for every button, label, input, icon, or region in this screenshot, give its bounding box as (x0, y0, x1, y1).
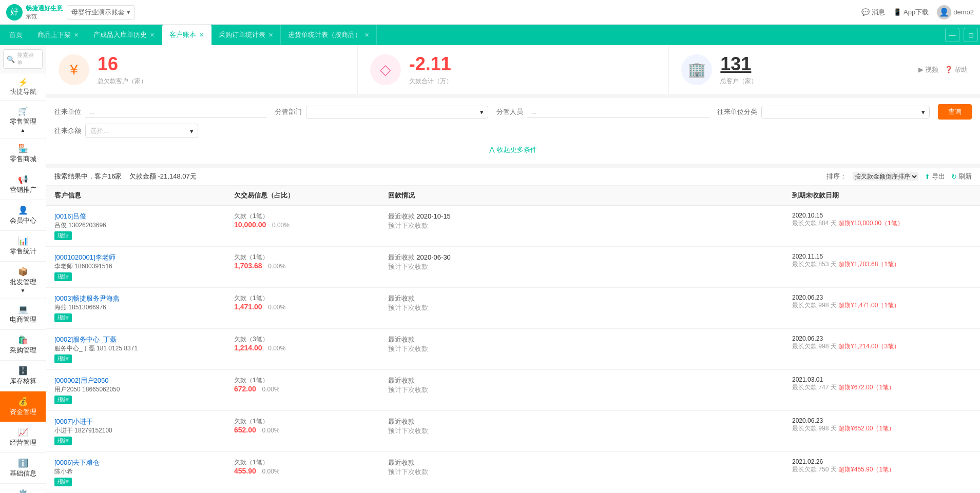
close-icon[interactable]: ✕ (364, 32, 369, 38)
sidebar-item-wholesale[interactable]: 📦 批发管理 ▼ (0, 262, 46, 299)
search-button[interactable]: 查询 (938, 104, 972, 120)
marketing-label: 营销推广 (10, 185, 36, 194)
tab-product-list[interactable]: 商品上下架 ✕ (30, 25, 86, 45)
sidebar-search-field[interactable]: 🔍 搜索菜单 (3, 49, 43, 69)
sidebar-item-system[interactable]: ⚙️ 系统管理 (0, 484, 46, 493)
message-btn[interactable]: 💬 消息 (861, 8, 885, 17)
due-date: 2020.10.15 (792, 212, 972, 219)
window-minimize-btn[interactable]: — (945, 28, 959, 42)
sidebar-item-operation[interactable]: 📈 经营管理 (0, 422, 46, 453)
tab-warehouse[interactable]: 产成品入库单历史 ✕ (86, 25, 162, 45)
refresh-btn[interactable]: ↻ 刷新 (951, 172, 972, 181)
collapse-icon: ⋀ (489, 146, 495, 153)
debt-amount[interactable]: 672.00 (234, 385, 256, 393)
overdue-amount[interactable]: 超期¥1,214.00（3笔） (838, 343, 900, 350)
sort-select[interactable]: 按欠款金额倒序排序 (853, 172, 918, 181)
export-btn[interactable]: ⬆ 导出 (925, 172, 945, 181)
tab-home[interactable]: 首页 (2, 25, 30, 45)
overdue-amount[interactable]: 超期¥10,000.00（1笔） (838, 220, 904, 227)
tab-home-label: 首页 (9, 30, 23, 40)
sidebar-item-purchase[interactable]: 🛍️ 采购管理 (0, 330, 46, 361)
tab-purchase-stats[interactable]: 进货单统计表（按商品） ✕ (281, 25, 377, 45)
unit-class-select[interactable]: ▾ (761, 106, 930, 119)
debt-count: 欠款（1笔） (234, 458, 388, 467)
table-row: [0001020001]李老师 李老师 18600391516 现结 欠款（1笔… (46, 247, 980, 288)
balance-select[interactable]: 选择... ▾ (85, 124, 198, 138)
close-icon[interactable]: ✕ (150, 32, 155, 38)
wholesale-icon: 📦 (18, 267, 28, 277)
help-btn[interactable]: ❓ 帮助 (945, 65, 968, 74)
tab-customer-account[interactable]: 客户账本 ✕ (162, 25, 212, 45)
sidebar-item-basic-info[interactable]: ℹ️ 基础信息 (0, 453, 46, 484)
sidebar-item-ecommerce[interactable]: 💻 电商管理 (0, 299, 46, 330)
video-help-btn[interactable]: ▶ 视频 (918, 65, 938, 74)
overdue-info: 最长欠款 998 天 超期¥652.00（1笔） (792, 424, 972, 433)
close-icon[interactable]: ✕ (268, 32, 273, 38)
tab-purchase-order[interactable]: 采购订单统计表 ✕ (212, 25, 281, 45)
window-maximize-btn[interactable]: ⊡ (964, 28, 978, 42)
inventory-label: 库存核算 (10, 377, 36, 386)
person-input[interactable]: ... (527, 106, 709, 118)
debt-percent: 0.00% (262, 386, 279, 393)
overdue-days: 最长欠款 998 天 (792, 343, 838, 350)
sidebar-item-retail-mall[interactable]: 🏪 零售商城 (0, 139, 46, 169)
due-date: 2020.06.23 (792, 417, 972, 424)
customer-name[interactable]: [0007]小进干 (54, 417, 234, 426)
sidebar-item-retail-manage[interactable]: 🛒 零售管理 ▲ (0, 101, 46, 139)
due-cell: 2021.03.01 最长欠款 747 天 超期¥672.00（1笔） (792, 376, 972, 392)
customer-name[interactable]: [000002]用户2050 (54, 376, 234, 385)
mall-label: 零售商城 (10, 154, 36, 164)
debt-amount[interactable]: 1,214.00 (234, 344, 262, 352)
dept-select[interactable]: ▾ (306, 106, 488, 119)
sidebar-item-marketing[interactable]: 📢 营销推广 (0, 169, 46, 200)
dept-label: 分管部门 (275, 107, 302, 116)
customer-name[interactable]: [0002]服务中心_丁磊 (54, 335, 234, 344)
logo-area: 好 畅捷通好生意 示范 (6, 4, 63, 21)
sidebar-item-retail-stats[interactable]: 📊 零售统计 (0, 231, 46, 262)
sidebar-item-finance[interactable]: 💰 资金管理 (0, 391, 46, 422)
overdue-amount[interactable]: 超期¥455.90（1笔） (838, 466, 895, 473)
debt-amount-row: 10,000.00 0.00% (234, 221, 388, 229)
debt-amount[interactable]: 1,471.00 (234, 303, 262, 311)
overdue-amount[interactable]: 超期¥672.00（1笔） (838, 384, 895, 391)
debt-amount[interactable]: 455.90 (234, 467, 256, 475)
from-unit-input[interactable]: ... (85, 106, 267, 118)
customer-name[interactable]: [0001020001]李老师 (54, 253, 234, 262)
debt-amount[interactable]: 1,703.68 (234, 262, 262, 270)
tab-customer-account-label: 客户账本 (169, 30, 196, 40)
debt-cell: 欠款（1笔） 1,703.68 0.00% (234, 253, 388, 270)
close-icon[interactable]: ✕ (199, 32, 204, 38)
app-download-btn[interactable]: 📱 App下载 (893, 8, 929, 17)
company-name: 母婴行业演示账套 (71, 8, 125, 17)
due-cell: 2020.11.15 最长欠款 853 天 超期¥1,703.68（1笔） (792, 253, 972, 269)
sidebar-item-member[interactable]: 👤 会员中心 (0, 200, 46, 231)
finance-icon: 💰 (18, 397, 28, 406)
user-menu[interactable]: 👤 demo2 (937, 5, 974, 19)
expand-icon2: ▼ (21, 288, 26, 293)
sidebar-item-inventory[interactable]: 🗄️ 库存核算 (0, 361, 46, 391)
overdue-days: 最长欠款 750 天 (792, 466, 838, 473)
export-label: 导出 (932, 172, 945, 181)
customer-name[interactable]: [0003]畅捷服务尹海燕 (54, 294, 234, 303)
customer-name[interactable]: [0006]去下粮仓 (54, 458, 234, 467)
close-icon[interactable]: ✕ (74, 32, 79, 38)
search-placeholder: 搜索菜单 (17, 51, 39, 67)
collapse-btn[interactable]: ⋀ 收起更多条件 (54, 142, 972, 157)
debt-amount[interactable]: 10,000.00 (234, 221, 266, 229)
sidebar-item-quick-nav[interactable]: ⚡ 快捷导航 (0, 73, 46, 101)
debt-amount-row: 455.90 0.00% (234, 467, 388, 475)
customer-name[interactable]: [0016]吕俊 (54, 212, 234, 221)
overdue-amount[interactable]: 超期¥652.00（1笔） (838, 425, 895, 432)
last-collection-label: 最近收款 (388, 212, 415, 220)
debt-amount-row: 1,703.68 0.00% (234, 262, 388, 270)
debt-amount-row: 1,471.00 0.00% (234, 303, 388, 311)
company-select[interactable]: 母婴行业演示账套 ▾ (67, 5, 135, 19)
filter-balance: 往来余额 选择... ▾ (54, 124, 198, 138)
due-cell: 2020.06.23 最长欠款 998 天 超期¥1,471.00（1笔） (792, 294, 972, 310)
debt-amount[interactable]: 652.00 (234, 426, 256, 434)
collection-cell: 最近收款 预计下次收款 (388, 376, 792, 395)
app-label: App下载 (904, 8, 929, 17)
overdue-amount[interactable]: 超期¥1,703.68（1笔） (838, 261, 900, 268)
overdue-amount[interactable]: 超期¥1,471.00（1笔） (838, 302, 900, 309)
from-unit-label: 往来单位 (54, 107, 81, 116)
